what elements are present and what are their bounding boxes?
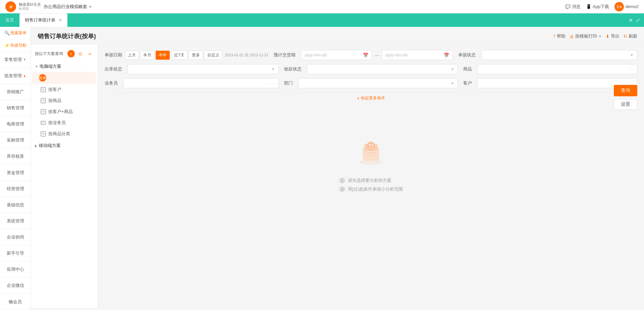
empty-tip-1: 1 请先选择要分析的方案 <box>339 177 402 184</box>
collapse-bar[interactable]: ∧ 收起更多条件 <box>105 92 637 104</box>
empty-tips: 1 请先选择要分析的方案 2 用[过滤]条件来缩小分析范围 <box>339 177 402 192</box>
sidebar-item-app-center[interactable]: 应用中心 <box>0 262 31 278</box>
sidebar-item-enterprise-wechat[interactable]: 企业微信 <box>0 278 31 294</box>
receipt-status-label: 收款状态 <box>284 66 302 72</box>
sidebar-item-member[interactable]: 畅会员 <box>0 294 31 310</box>
salesperson-more-icon: ··· <box>270 81 275 86</box>
sidebar-item-operation[interactable]: 经营管理 <box>0 181 31 197</box>
page-header: 销售订单统计表(按单) ? 帮助 🖨 按模板打印 ▼ ⬇ 导出 ↻ 刷新 <box>31 27 644 45</box>
solution-item-by-category[interactable]: 按商品分类 <box>32 128 96 139</box>
solution-item-by-goods[interactable]: 按商品 <box>32 95 96 106</box>
tab-minimize-icon[interactable]: ✕ <box>629 17 633 23</box>
more-btn[interactable]: 更多 <box>189 51 203 60</box>
svg-rect-2 <box>41 87 46 92</box>
sidebar-item-basic[interactable]: 基础信息 <box>0 197 31 213</box>
collapse-label: 收起更多条件 <box>361 95 385 101</box>
sidebar-nav[interactable]: ⚡ 快捷导航 <box>0 39 31 52</box>
sidebar-item-wholesale[interactable]: 批发管理 ▲ <box>0 68 31 84</box>
custom-btn[interactable]: 自定义 <box>204 51 222 60</box>
sidebar-item-marketing[interactable]: 营销推广 <box>0 84 31 100</box>
date-separator: — <box>375 53 379 58</box>
department-input[interactable]: ▼ <box>298 78 458 88</box>
sidebar-item-enterprise[interactable]: 企业协同 <box>0 229 31 245</box>
department-arrow-icon: ▼ <box>450 81 454 85</box>
svg-point-21 <box>369 144 371 146</box>
solution-group-header-pc[interactable]: ▼ 电脑端方案 <box>31 61 98 71</box>
sidebar-item-purchase[interactable]: 采购管理 <box>0 133 31 149</box>
expected-delivery-label: 预计交货期 <box>274 52 296 58</box>
customer-icon <box>40 87 46 93</box>
sidebar-item-retail[interactable]: 零售管理 ▼ <box>0 52 31 68</box>
sidebar-item-sales[interactable]: 销售管理 <box>0 100 31 116</box>
sidebar-item-ecommerce[interactable]: 电商管理 <box>0 116 31 133</box>
chevron-up-icon: ▲ <box>23 74 26 78</box>
tab-home[interactable]: 首页 <box>0 13 19 27</box>
help-icon: ? <box>553 34 555 39</box>
refresh-button[interactable]: ↻ 刷新 <box>624 33 637 39</box>
app-download-button[interactable]: 📱 App下载 <box>586 4 609 10</box>
add-solution-button[interactable]: + <box>67 50 75 57</box>
solution-item-by-order[interactable]: 按单 <box>32 72 96 84</box>
delivery-end-placeholder: yyyy-mm-dd <box>385 53 407 57</box>
left-panel-icons: + ⊙ « <box>67 50 94 57</box>
tab-home-label: 首页 <box>5 17 14 23</box>
svg-point-20 <box>367 142 375 150</box>
out-status-input[interactable]: ▼ <box>127 64 279 74</box>
solution-group-mobile: ▶ 移动端方案 <box>31 141 98 151</box>
out-status-arrow-icon: ▼ <box>271 67 275 71</box>
empty-tip-2: 2 用[过滤]条件来缩小分析范围 <box>339 186 402 192</box>
sidebar-item-finance[interactable]: 资金管理 <box>0 165 31 181</box>
export-button[interactable]: ⬇ 导出 <box>606 33 620 39</box>
filter-row-3: 业务员 ··· 部门 ▼ 客户 <box>105 78 637 88</box>
edit-solution-button[interactable]: ⊙ <box>77 50 84 57</box>
nav-icon: ⚡ <box>4 43 10 48</box>
delivery-date-start-input[interactable]: yyyy-mm-dd 📅 <box>301 50 372 60</box>
salesperson-input[interactable]: ··· <box>123 78 279 88</box>
date-buttons-group: 上月 本月 本年 近7天 更多 自定义 <box>125 51 222 60</box>
tab-bar-actions: ✕ ⤢ <box>629 17 644 23</box>
svg-rect-5 <box>41 98 46 103</box>
avatar: Ea <box>614 2 624 11</box>
delivery-date-end-input[interactable]: yyyy-mm-dd 📅 <box>382 50 453 60</box>
empty-state: 1 请先选择要分析的方案 2 用[过滤]条件来缩小分析范围 <box>105 104 637 219</box>
tab-close-button[interactable]: ✕ <box>59 18 62 22</box>
last-month-btn[interactable]: 上月 <box>125 51 139 60</box>
app-name: 畅捷通好生意 标准版 <box>19 2 41 11</box>
goods-more-icon: ··· <box>629 67 634 72</box>
app-logo: 好 <box>5 1 16 12</box>
search-icon: 🔍 <box>4 31 10 36</box>
solution-group-header-mobile[interactable]: ▶ 移动端方案 <box>31 141 98 151</box>
this-month-btn[interactable]: 本月 <box>140 51 154 60</box>
sidebar-item-newbie[interactable]: 新手引导 <box>0 246 31 262</box>
tab-maximize-icon[interactable]: ⤢ <box>636 17 640 23</box>
collapse-panel-button[interactable]: « <box>86 50 94 57</box>
setting-button[interactable]: 设置 <box>614 99 637 110</box>
breadcrumb[interactable]: 办公用品行业模拟账套 ▼ <box>44 4 92 10</box>
svg-rect-24 <box>366 152 376 153</box>
last7days-btn[interactable]: 近7天 <box>171 51 187 60</box>
customer-input[interactable]: ··· <box>477 78 637 88</box>
salesperson-label: 业务员 <box>105 80 118 86</box>
filter-row-2: 出库状态 ▼ 收款状态 ▼ 商品 <box>105 64 637 74</box>
svg-rect-14 <box>41 132 46 136</box>
user-avatar-area[interactable]: Ea demo2 <box>614 2 639 11</box>
template-print-button[interactable]: 🖨 按模板打印 ▼ <box>570 33 602 39</box>
solution-item-by-customer-goods[interactable]: 按客户+商品 <box>32 106 96 117</box>
sidebar-search[interactable]: 🔍 搜索菜单 <box>0 27 31 39</box>
message-button[interactable]: 💬 消息 <box>565 4 581 10</box>
sidebar-item-system[interactable]: 系统管理 <box>0 213 31 229</box>
sidebar-item-inventory[interactable]: 库存核算 <box>0 149 31 165</box>
help-button[interactable]: ? 帮助 <box>553 33 566 39</box>
tab-sales-order-stat[interactable]: 销售订单统计表 ✕ <box>19 13 67 27</box>
collapse-arrow-icon: ∧ <box>357 96 360 100</box>
top-bar-left: 好 畅捷通好生意 标准版 办公用品行业模拟账套 ▼ <box>5 1 92 12</box>
solution-item-by-salesperson[interactable]: 按业务员 <box>32 117 96 128</box>
query-button[interactable]: 查询 <box>614 85 637 96</box>
solution-item-by-customer[interactable]: 按客户 <box>32 84 96 95</box>
single-status-input[interactable]: ▼ <box>481 50 637 60</box>
receipt-status-input[interactable]: ▼ <box>307 64 458 74</box>
goods-input[interactable]: ··· <box>477 64 637 74</box>
solution-group-label: 电脑端方案 <box>40 63 61 69</box>
category-icon <box>40 131 46 137</box>
this-year-btn[interactable]: 本年 <box>156 51 170 60</box>
